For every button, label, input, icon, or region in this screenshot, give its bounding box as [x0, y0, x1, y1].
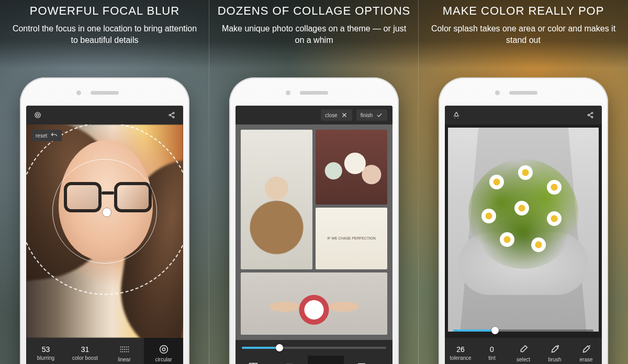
brush-add-icon [549, 344, 560, 355]
finish-button[interactable]: finish [356, 109, 387, 121]
panel-title: MAKE COLOR REALLY POP [419, 0, 628, 18]
collage-slider[interactable] [236, 340, 392, 356]
collage-canvas-wrap: IF WE CHASE PERFECTION [236, 124, 392, 340]
tool-spacing[interactable]: spacing [272, 356, 308, 364]
tool-color-boost[interactable]: 31 color boost [65, 338, 105, 364]
panel-title: DOZENS OF COLLAGE OPTIONS [209, 0, 419, 18]
app-screen-collage: close finish IF WE CHASE PERFECTION [236, 106, 392, 364]
app-screen-color-splash: 26 tolerance 0 tint select brush [445, 106, 602, 364]
tool-linear[interactable]: linear [105, 338, 144, 364]
collage-cell-4[interactable] [241, 272, 387, 335]
tool-tolerance[interactable]: 26 tolerance [445, 338, 476, 364]
linear-icon [119, 344, 130, 355]
share-icon[interactable] [165, 109, 178, 121]
collage-grid[interactable]: IF WE CHASE PERFECTION [241, 130, 387, 335]
tool-brush[interactable]: brush [539, 338, 570, 364]
collage-cell-2[interactable] [316, 130, 387, 204]
promo-panel-focal-blur: POWERFUL FOCAL BLUR Control the focus in… [0, 0, 209, 364]
phone-camera-dot [76, 90, 81, 95]
reset-button[interactable]: reset [31, 130, 62, 141]
panel-subtitle: Color splash takes one area or color and… [419, 18, 628, 46]
tool-proportions[interactable]: proportions [344, 356, 380, 364]
phone-mockup: 26 tolerance 0 tint select brush [439, 77, 608, 364]
collage-cell-3[interactable]: IF WE CHASE PERFECTION [316, 208, 387, 270]
phone-mockup: reset 53 blurring 31 color boost [20, 77, 189, 364]
collage-cell-1[interactable] [241, 130, 312, 269]
top-bar [26, 106, 183, 124]
undo-icon [50, 132, 58, 139]
panel-subtitle: Make unique photo collages on a theme — … [209, 18, 419, 46]
panel-title: POWERFUL FOCAL BLUR [0, 0, 209, 18]
brush-remove-icon [580, 344, 592, 355]
phone-mockup: close finish IF WE CHASE PERFECTION [229, 77, 399, 364]
spacing-icon [284, 361, 295, 364]
photo-bouquet [468, 159, 578, 269]
tool-select[interactable]: select [508, 338, 539, 364]
top-bar: close finish [236, 106, 392, 124]
tool-circular[interactable]: circular [144, 338, 183, 364]
tool-blurring[interactable]: 53 blurring [26, 338, 65, 364]
circular-icon [158, 344, 170, 355]
close-button[interactable]: close [321, 109, 352, 121]
slider-thumb[interactable] [276, 344, 283, 351]
promo-panel-collage: DOZENS OF COLLAGE OPTIONS Make unique ph… [209, 0, 419, 364]
svg-point-6 [162, 348, 165, 351]
focal-center-handle[interactable] [103, 208, 111, 217]
panel-subtitle: Control the focus in one location to bri… [0, 18, 209, 46]
quote-text: IF WE CHASE PERFECTION [327, 236, 376, 240]
splash-slider[interactable] [453, 329, 593, 332]
check-icon [376, 111, 383, 119]
tool-roundness[interactable]: 10 roundness [308, 356, 344, 364]
tool-tint[interactable]: 0 tint [476, 338, 508, 364]
tool-row: layout spacing 10 roundness proportions [236, 356, 392, 364]
tool-row: 26 tolerance 0 tint select brush [445, 338, 602, 364]
eyedropper-icon [518, 344, 529, 355]
reset-label: reset [36, 133, 47, 139]
focal-mode-icon[interactable] [31, 109, 44, 121]
editor-canvas[interactable] [445, 124, 602, 338]
app-screen-focal-blur: reset 53 blurring 31 color boost [26, 106, 183, 364]
svg-point-0 [35, 112, 41, 118]
top-bar [445, 106, 602, 124]
splash-mode-icon[interactable] [450, 109, 463, 121]
svg-point-5 [160, 346, 167, 354]
close-icon [341, 111, 348, 119]
tool-layout[interactable]: layout [236, 356, 272, 364]
tool-row: 53 blurring 31 color boost linear circul… [26, 338, 183, 364]
editor-canvas[interactable]: reset [26, 124, 183, 338]
share-icon[interactable] [584, 109, 597, 121]
svg-point-1 [37, 114, 39, 117]
promo-panel-color-splash: MAKE COLOR REALLY POP Color splash takes… [419, 0, 628, 364]
phone-speaker [91, 91, 119, 95]
proportions-icon [356, 361, 367, 364]
slider-thumb[interactable] [491, 327, 499, 334]
tool-erase[interactable]: erase [570, 338, 602, 364]
tool-more[interactable] [380, 356, 392, 364]
layout-icon [248, 361, 259, 364]
